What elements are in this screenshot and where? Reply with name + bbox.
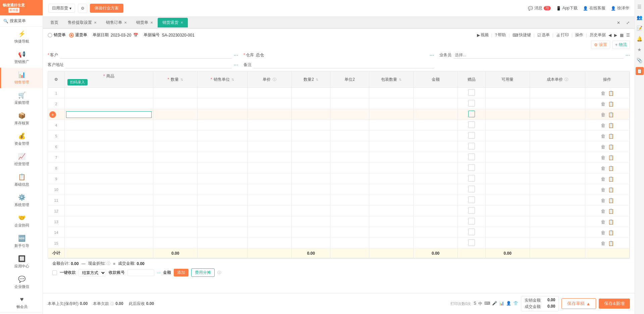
cell[interactable] [414, 109, 458, 120]
copy-row-btn[interactable]: 📋 [607, 154, 614, 161]
sidebar-item-vip[interactable]: ♥ 畅会员 [0, 293, 43, 313]
right-icon-3[interactable]: 📝 [636, 24, 644, 32]
cell[interactable] [369, 195, 413, 206]
sidebar-item-shortcuts[interactable]: ⚡ 快捷导航 [0, 27, 43, 47]
tab-close-all-btn[interactable]: ✕ [614, 19, 623, 27]
tab-sales-shipment[interactable]: 销货单 ✕ [131, 18, 158, 27]
cell[interactable] [530, 174, 585, 184]
gift-checkbox[interactable] [468, 218, 475, 225]
cell[interactable] [198, 184, 248, 195]
warehouse-select-btn[interactable]: ··· [430, 52, 434, 58]
copy-row-btn[interactable]: 📋 [607, 208, 614, 214]
cell[interactable] [291, 184, 330, 195]
cell[interactable] [198, 195, 248, 206]
tool-icon-3[interactable]: ⌨ [484, 301, 490, 307]
cell[interactable] [65, 227, 153, 238]
app-download-btn[interactable]: 📱 App下载 [556, 5, 578, 11]
sidebar-bottom[interactable]: ⚙ ◀ [0, 313, 43, 314]
split-info-icon[interactable]: ⓘ [217, 270, 221, 275]
cell[interactable] [414, 238, 458, 249]
customer-input[interactable] [60, 52, 232, 59]
copy-row-btn[interactable]: 📋 [607, 90, 614, 97]
settings-gear-btn[interactable]: ⚙ [78, 4, 87, 13]
cell[interactable] [414, 206, 458, 216]
cell[interactable] [485, 174, 530, 184]
cell[interactable] [65, 238, 153, 249]
cell[interactable] [369, 131, 413, 141]
address-select-btn[interactable]: ··· [234, 62, 238, 68]
calendar-icon[interactable]: 📅 [133, 33, 138, 38]
cell[interactable] [414, 163, 458, 174]
cell[interactable] [330, 174, 369, 184]
cell[interactable] [198, 174, 248, 184]
radio-sale[interactable]: 销货单 [48, 32, 66, 38]
cell[interactable] [414, 174, 458, 184]
cell[interactable] [530, 163, 585, 174]
cell[interactable] [485, 152, 530, 163]
cell[interactable] [369, 206, 413, 216]
cell[interactable] [369, 141, 413, 152]
delete-row-btn[interactable]: 🗑 [600, 122, 606, 129]
cell[interactable] [247, 152, 291, 163]
delete-row-btn[interactable]: 🗑 [600, 197, 606, 204]
sidebar-item-enterprise[interactable]: 🤝 企业协同 [0, 211, 43, 231]
tool-icon-2[interactable]: 中 [478, 301, 482, 307]
dots-icon[interactable]: ··· [157, 270, 160, 275]
cell[interactable] [247, 141, 291, 152]
cell[interactable] [153, 227, 198, 238]
cell[interactable] [247, 131, 291, 141]
online-service-btn[interactable]: 👤 在线客服 [583, 5, 605, 11]
discount-info-icon[interactable]: ⓘ [107, 261, 110, 266]
cell[interactable] [330, 131, 369, 141]
split-btn[interactable]: 费用分摊 [191, 268, 215, 277]
cell[interactable] [530, 109, 585, 120]
cell[interactable] [369, 109, 413, 120]
customer-select-btn[interactable]: ··· [234, 52, 238, 58]
cell[interactable] [369, 152, 413, 163]
cell[interactable] [530, 152, 585, 163]
cell[interactable] [153, 120, 198, 131]
cell[interactable] [414, 216, 458, 227]
cell[interactable] [414, 99, 458, 109]
cell[interactable] [65, 195, 153, 206]
sidebar-item-system[interactable]: ⚙️ 系统管理 [0, 190, 43, 211]
copy-row-btn[interactable]: 📋 [607, 143, 614, 150]
tab-home[interactable]: 首页 [46, 18, 63, 27]
cell[interactable] [247, 120, 291, 131]
product-input[interactable] [66, 111, 152, 118]
cell[interactable] [153, 216, 198, 227]
gift-checkbox[interactable] [468, 100, 475, 107]
cell[interactable] [198, 131, 248, 141]
cell[interactable] [485, 120, 530, 131]
cell[interactable] [65, 206, 153, 216]
add-logistics-btn[interactable]: + 物流 [612, 41, 630, 49]
cell[interactable] [153, 163, 198, 174]
cell[interactable] [530, 88, 585, 99]
right-icon-4[interactable]: 🔔 [636, 35, 644, 43]
gift-checkbox[interactable] [468, 196, 475, 203]
history-action[interactable]: 历史单据 [590, 32, 606, 38]
unit-price-info-icon[interactable]: ⓘ [273, 77, 276, 81]
cell[interactable] [65, 141, 153, 152]
cell[interactable] [330, 109, 369, 120]
gift-checkbox[interactable] [468, 229, 475, 235]
cell[interactable] [65, 131, 153, 141]
cell[interactable] [485, 206, 530, 216]
tool-icon-5[interactable]: 📊 [499, 301, 504, 307]
sidebar-item-apps[interactable]: 🔲 应用中心 [0, 252, 43, 272]
cell[interactable] [247, 99, 291, 109]
cell[interactable] [247, 88, 291, 99]
sidebar-item-marketing[interactable]: 📢 营销推广 [0, 47, 43, 68]
cell[interactable] [369, 120, 413, 131]
cell[interactable] [369, 227, 413, 238]
delete-row-btn[interactable]: 🗑 [600, 101, 606, 107]
cell[interactable] [65, 120, 153, 131]
remarks-input[interactable] [254, 61, 434, 68]
cell[interactable] [198, 238, 248, 249]
experience-btn[interactable]: 体验行业方案 [90, 4, 123, 13]
cell[interactable] [291, 195, 330, 206]
pack-sort-icon[interactable]: ⇅ [399, 78, 401, 81]
copy-row-btn[interactable]: 📋 [607, 133, 614, 139]
cell[interactable] [414, 131, 458, 141]
cell[interactable] [291, 163, 330, 174]
